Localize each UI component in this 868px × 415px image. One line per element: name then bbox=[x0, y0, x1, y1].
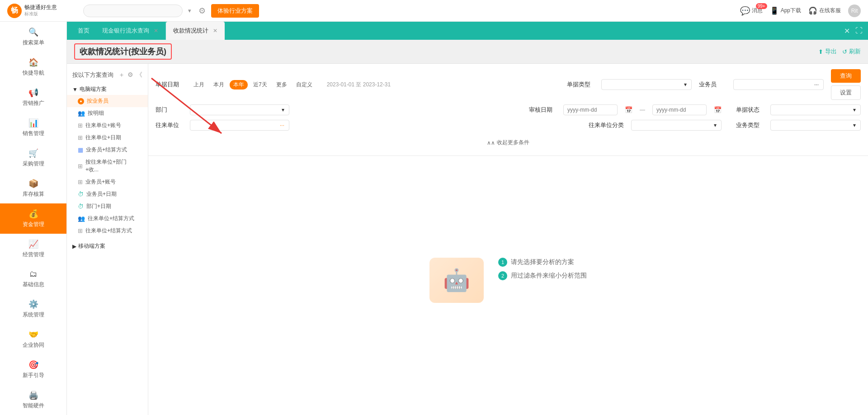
sidebar-item-basic[interactable]: 🗂 基础信息 bbox=[0, 264, 66, 294]
scheme-item-counterpart-settle1[interactable]: 👥 往来单位+结算方式 bbox=[67, 212, 148, 225]
calendar-start-icon[interactable]: 📅 bbox=[625, 106, 632, 113]
empty-steps: 1 请先选择要分析的方案 2 用过滤条件来缩小分析范围 bbox=[498, 258, 587, 285]
sales-icon: 📊 bbox=[28, 118, 38, 128]
purchase-icon: 🛒 bbox=[28, 148, 38, 158]
tab-bank-flow[interactable]: 现金银行流水查询 ✕ bbox=[95, 22, 166, 40]
scheme-item-salesman-date[interactable]: ⏱ 业务员+日期 bbox=[67, 188, 148, 200]
scheme-item-counterpart-dept-collect[interactable]: ⊞ 按往来单位+部门+收... bbox=[67, 156, 148, 176]
scheme-item-icon: ● bbox=[78, 98, 84, 104]
scheme-group-pc-label[interactable]: ▼ 电脑端方案 bbox=[67, 84, 148, 95]
counterpart-select[interactable]: ··· bbox=[190, 120, 289, 131]
search-icon: 🔍 bbox=[28, 27, 38, 37]
try-btn[interactable]: 体验行业方案 bbox=[211, 4, 259, 18]
date-tab-more[interactable]: 更多 bbox=[273, 80, 291, 90]
sidebar-item-label: 基础信息 bbox=[23, 281, 44, 288]
sidebar-item-marketing[interactable]: 📢 营销推广 bbox=[0, 82, 66, 113]
scheme-item-label: 往来单位+日期 bbox=[85, 134, 121, 141]
setting-button[interactable]: 设置 bbox=[831, 85, 861, 100]
audit-date-end[interactable] bbox=[652, 104, 707, 115]
scheme-item-salesman-settle[interactable]: ▦ 业务员+结算方式 bbox=[67, 144, 148, 156]
maximize-icon[interactable]: ⛶ bbox=[855, 27, 863, 35]
logo-badge: 标准版 bbox=[24, 11, 57, 17]
marketing-icon: 📢 bbox=[28, 88, 38, 98]
chevron-down-icon: ▼ bbox=[72, 86, 78, 93]
scheme-item-counterpart-account[interactable]: ⊞ 往来单位+账号 bbox=[67, 119, 148, 132]
settings-icon[interactable]: ⚙ bbox=[198, 6, 206, 16]
sidebar-item-guide[interactable]: 🎯 新手引导 bbox=[0, 354, 66, 385]
sidebar-item-label: 库存核算 bbox=[23, 190, 44, 198]
tab-close-bank[interactable]: ✕ bbox=[154, 28, 158, 34]
logo-area: 畅 畅捷通好生意 标准版 bbox=[7, 4, 74, 18]
sidebar-item-inventory[interactable]: 📦 库存核算 bbox=[0, 173, 66, 203]
export-button[interactable]: ⬆ 导出 bbox=[818, 47, 837, 56]
calendar-end-icon[interactable]: 📅 bbox=[714, 106, 722, 113]
biz-type-label: 业务类型 bbox=[736, 121, 763, 129]
counterpart-label: 往来单位 bbox=[156, 121, 183, 129]
tab-receipt-stats[interactable]: 收款情况统计 ✕ bbox=[166, 22, 225, 40]
date-tab-custom[interactable]: 自定义 bbox=[292, 80, 316, 90]
collapse-button[interactable]: ∧∧ 收起更多条件 bbox=[156, 135, 861, 150]
scheme-panel: 按以下方案查询 ＋ ⚙ 《 ▼ 电脑端方案 ● 按业务员 bbox=[67, 64, 148, 415]
page-title: 收款情况统计(按业务员) bbox=[74, 43, 172, 60]
refresh-button[interactable]: ↺ 刷新 bbox=[842, 47, 861, 56]
voucher-status-select[interactable]: ▾ bbox=[770, 104, 861, 115]
step-2-label: 用过滤条件来缩小分析范围 bbox=[511, 272, 587, 280]
date-tab-this-month[interactable]: 本月 bbox=[210, 80, 228, 90]
biz-type-select[interactable]: ▾ bbox=[770, 120, 861, 131]
search-input[interactable] bbox=[83, 5, 183, 17]
step-2-num: 2 bbox=[498, 271, 507, 280]
sidebar-item-search[interactable]: 🔍 搜索菜单 bbox=[0, 22, 66, 52]
sidebar-item-collab[interactable]: 🤝 企业协同 bbox=[0, 324, 66, 354]
clock-icon: ⏱ bbox=[78, 203, 84, 210]
sidebar-item-finance[interactable]: 💰 资金管理 bbox=[0, 203, 66, 234]
user-avatar[interactable]: Rit bbox=[848, 5, 861, 17]
sidebar-item-purchase[interactable]: 🛒 采购管理 bbox=[0, 143, 66, 173]
collab-icon: 🤝 bbox=[28, 330, 38, 340]
date-tab-last-month[interactable]: 上月 bbox=[190, 80, 208, 90]
scheme-item-label: 部门+日期 bbox=[86, 203, 111, 210]
scheme-item-salesman[interactable]: ● 按业务员 bbox=[67, 95, 148, 107]
salesman-select[interactable]: ··· bbox=[733, 79, 824, 90]
collapse-label: 收起更多条件 bbox=[497, 139, 529, 146]
messages-button[interactable]: 💬 消息 99+ bbox=[740, 6, 763, 16]
messages-badge: 99+ bbox=[756, 3, 767, 9]
filter-row-1: 单据日期 上月 本月 本年 近7天 更多 自定义 2023-01-01 至 20… bbox=[156, 69, 861, 100]
dept-select[interactable]: ▾ bbox=[190, 104, 289, 115]
clock-icon: ⏱ bbox=[78, 191, 84, 198]
sidebar-item-sales[interactable]: 📊 销售管理 bbox=[0, 113, 66, 143]
date-tab-7days[interactable]: 近7天 bbox=[250, 80, 271, 90]
scheme-item-salesman-account[interactable]: ⊞ 业务员+账号 bbox=[67, 176, 148, 188]
voucher-type-select[interactable]: ▾ bbox=[601, 79, 692, 90]
dropdown-icon: ▾ bbox=[853, 122, 856, 128]
dropdown-icon[interactable]: ▾ bbox=[188, 7, 191, 14]
scheme-collapse-icon[interactable]: 《 bbox=[136, 71, 142, 79]
scheme-item-counterpart-date[interactable]: ⊞ 往来单位+日期 bbox=[67, 132, 148, 144]
tab-home[interactable]: 首页 bbox=[72, 27, 95, 35]
sidebar-item-label: 企业协同 bbox=[23, 341, 44, 349]
sidebar-item-system[interactable]: ⚙️ 系统管理 bbox=[0, 294, 66, 324]
date-tab-this-year[interactable]: 本年 bbox=[230, 80, 248, 90]
sidebar-item-hardware[interactable]: 🖨️ 智能硬件 bbox=[0, 385, 66, 415]
inventory-icon: 📦 bbox=[28, 179, 38, 189]
tab-close-receipt[interactable]: ✕ bbox=[213, 28, 217, 34]
tab-bar-right: ✕ ⛶ bbox=[844, 27, 863, 35]
online-service-button[interactable]: 🎧 在线客服 bbox=[808, 6, 841, 15]
close-window-icon[interactable]: ✕ bbox=[844, 27, 850, 35]
scheme-item-counterpart-settle2[interactable]: ⊞ 往来单位+结算方式 bbox=[67, 225, 148, 237]
scheme-group-mobile: ▶ 移动端方案 bbox=[67, 239, 148, 254]
scheme-settings-icon[interactable]: ⚙ bbox=[127, 71, 133, 79]
sidebar-item-operations[interactable]: 📈 经营管理 bbox=[0, 234, 66, 264]
audit-date-start[interactable] bbox=[563, 104, 618, 115]
page-header-right: ⬆ 导出 ↺ 刷新 bbox=[818, 47, 861, 56]
scheme-item-detail[interactable]: 👥 按明细 bbox=[67, 107, 148, 119]
scheme-group-mobile-label[interactable]: ▶ 移动端方案 bbox=[67, 241, 148, 252]
app-download-label: App下载 bbox=[781, 7, 801, 14]
query-button[interactable]: 查询 bbox=[831, 69, 861, 83]
scheme-add-icon[interactable]: ＋ bbox=[118, 71, 125, 79]
sidebar-item-nav[interactable]: 🏠 快捷导航 bbox=[0, 52, 66, 82]
scheme-item-dept-date[interactable]: ⏱ 部门+日期 bbox=[67, 200, 148, 212]
dropdown-icon: ▾ bbox=[714, 122, 717, 128]
table-icon: ⊞ bbox=[78, 163, 83, 170]
counterpart-type-select[interactable]: ▾ bbox=[631, 120, 722, 131]
app-download-button[interactable]: 📱 App下载 bbox=[770, 6, 801, 15]
